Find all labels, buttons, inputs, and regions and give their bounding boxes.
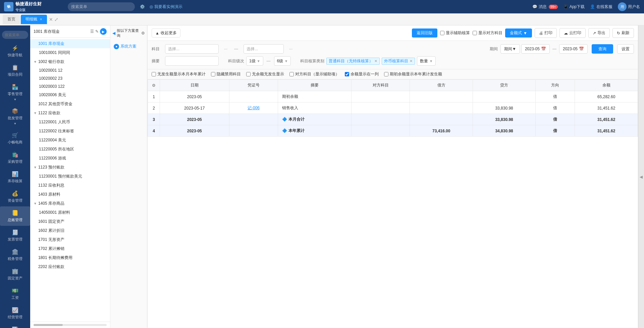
query-btn[interactable]: 查询 (592, 44, 613, 54)
tree-item[interactable]: 11230001 预付账款美元 (30, 172, 110, 181)
tree-item[interactable]: ▼1132 应收利息 (30, 181, 110, 190)
tree-item[interactable]: 10010001 同同同 (30, 48, 110, 57)
close-all-tabs-btn[interactable]: ✕ (49, 17, 53, 22)
summary-input[interactable] (165, 56, 219, 66)
tree-item[interactable]: ▼1602 累计折旧 (30, 226, 110, 235)
horizontal-scrollbar[interactable] (34, 324, 107, 326)
amount-format-btn[interactable]: 金额式 ▼ (505, 28, 532, 38)
demo-link[interactable]: ◎ 我要看实例演示 (150, 4, 182, 10)
sidebar-item-project[interactable]: 📋 项目合同 (0, 61, 30, 80)
tag-close-2[interactable]: ✕ (410, 59, 413, 63)
query-settings-icon[interactable]: ⚙ (141, 31, 145, 36)
sidebar-item-salary[interactable]: 💵 工资 (0, 284, 30, 304)
tree-item[interactable]: ▼1601 固定资产 (30, 217, 110, 226)
table-row[interactable]: 3 2023-05 🔷 本月合计 33,830.98 借 31,451.62 (148, 114, 638, 125)
messages-btn[interactable]: 💬 消息 99+ (532, 4, 558, 10)
top-search-input[interactable] (68, 2, 135, 11)
period-to-value[interactable]: 2023-05 📅 (559, 44, 588, 54)
table-row[interactable]: 1 2023-05 期初余额 借 65,282.60 (148, 91, 638, 103)
print-btn[interactable]: 🖨 打印 (535, 28, 557, 38)
subject-select[interactable]: 选择... (165, 44, 219, 54)
checkbox-contra[interactable]: 对方科目（显示辅助项） (289, 71, 339, 77)
tree-item[interactable]: ▼1403 原材料 (30, 190, 110, 199)
sidebar-item-inventory[interactable]: 📊 库存核算 (0, 168, 30, 187)
sidebar-item-ecommerce[interactable]: 🛒 小畅电商 (0, 129, 30, 148)
cloud-print-btn[interactable]: ☁ 云打印 (559, 28, 586, 38)
sidebar-item-quick-nav[interactable]: ⚡ 快捷导航 (0, 42, 30, 61)
checkbox-no-balance-show-input[interactable] (246, 72, 251, 76)
checkbox-no-balance-show[interactable]: 无余额无发生显示 (246, 71, 284, 77)
tree-item[interactable]: 11220006 游戏 (30, 154, 110, 163)
sidebar-search-input[interactable] (2, 31, 28, 39)
checkbox-opening-balance[interactable]: 期初余额显示本年累计发生额 (384, 71, 442, 77)
sidebar-search-container[interactable] (0, 28, 30, 42)
sidebar-item-expense[interactable]: 📝 小畅报销 (0, 323, 30, 328)
tree-item[interactable]: ▼1002 银行存款 (30, 57, 110, 66)
show-contra-input[interactable] (473, 31, 477, 35)
tree-item[interactable]: 11220001 人民币 (30, 118, 110, 127)
tree-item[interactable]: 11220005 所在地区 (30, 145, 110, 154)
table-row[interactable]: 4 2023-05 🔷 本年累计 73,416.00 34,830.98 借 3… (148, 125, 638, 137)
tree-item[interactable]: ▼1405 库存商品 (30, 199, 110, 208)
sidebar-item-funds[interactable]: 💰 资金管理 (0, 187, 30, 206)
tree-edit-icon[interactable]: ✎ (95, 29, 99, 34)
right-sidebar-collapsed[interactable]: ◀ (638, 25, 644, 328)
tree-item[interactable]: ▼1123 预付账款 (30, 163, 110, 172)
tab-detail-account[interactable]: 明细账 ✕ (21, 15, 47, 24)
tree-item[interactable]: ▼1012 其他货币资金 (30, 100, 110, 109)
sidebar-item-tax[interactable]: 🏛️ 税务管理 (0, 245, 30, 265)
voucher-link[interactable]: 记-006 (229, 103, 278, 114)
level-from-select[interactable]: 1级 ▼ (246, 56, 263, 66)
tree-item[interactable]: 11220002 往来标签 (30, 127, 110, 136)
show-aux-checkbox[interactable]: 显示辅助核算 (440, 30, 470, 36)
tree-item[interactable]: 10020002 23 (30, 74, 110, 82)
tree-item[interactable]: ▼1801 长期待摊费用 (30, 253, 110, 262)
system-scheme-item[interactable]: ● 系统方案 (112, 42, 145, 51)
table-row[interactable]: 2 2023-05-17 记-006 销售收入 33,830.98 借 31,4… (148, 103, 638, 114)
subject-select-end[interactable]: 选择... (244, 44, 284, 54)
checkbox-no-balance-input[interactable] (152, 72, 156, 76)
tree-item[interactable]: ▼1001 库存现金 (30, 39, 110, 48)
return-old-btn[interactable]: 返回旧版 (412, 28, 437, 38)
online-service-btn[interactable]: 👤 在线客服 (590, 4, 612, 10)
sidebar-item-invoice[interactable]: 🧾 发票管理 (0, 226, 30, 245)
tree-item[interactable]: 10020006 美元 (30, 90, 110, 100)
export-btn[interactable]: ↗ 导出 (588, 28, 610, 38)
tree-item[interactable]: 14050001 原材料 (30, 208, 110, 217)
tab-home[interactable]: 首页 (3, 15, 20, 24)
show-contra-checkbox[interactable]: 显示对方科目 (473, 30, 502, 36)
tree-list-icon[interactable]: ☰ (90, 29, 94, 34)
checkbox-balance-col-input[interactable] (345, 72, 349, 76)
expand-tabs-btn[interactable]: ⤢ (54, 17, 58, 22)
setting-btn[interactable]: 设置 (617, 44, 634, 54)
col-settings[interactable]: ⚙ (148, 80, 160, 91)
tree-item[interactable]: ▼1701 无形资产 (30, 235, 110, 244)
col-settings-icon[interactable]: ⚙ (152, 83, 156, 88)
tag-close-1[interactable]: ✕ (374, 59, 377, 63)
tree-item[interactable]: ▼1702 累计摊销 (30, 244, 110, 253)
checkbox-contra-input[interactable] (289, 72, 294, 76)
top-search[interactable] (68, 2, 135, 11)
sidebar-item-purchase[interactable]: 🛍️ 采购管理 (0, 148, 30, 168)
sidebar-item-management[interactable]: 📈 经营管理 (0, 304, 30, 323)
collapse-query-btn[interactable]: ◀ (112, 31, 115, 36)
sidebar-item-retail[interactable]: 🏪 零售管理 ▼ (0, 80, 30, 105)
tree-item[interactable]: ▼1122 应收款 (30, 109, 110, 118)
collapse-more-btn[interactable]: ▲ 收起更多 (152, 28, 180, 38)
next-account-btn[interactable]: ▶ (100, 28, 107, 35)
sidebar-item-fixed-assets[interactable]: 🏢 固定资产 (0, 265, 30, 284)
period-from-select[interactable]: 期间▼ (500, 44, 520, 54)
sidebar-item-wholesale[interactable]: 📦 批发管理 ▼ (0, 105, 30, 129)
level-to-select[interactable]: 6级 ▼ (274, 56, 291, 66)
tree-item[interactable]: ▼2202 应付账款 (30, 262, 110, 271)
show-aux-input[interactable] (440, 31, 444, 35)
user-area[interactable]: 用 用户名 (618, 2, 640, 11)
checkbox-hide-disabled[interactable]: 隐藏禁用科目 (211, 71, 241, 77)
quantity-dropdown[interactable]: 数量 ▼ (417, 56, 436, 66)
tree-item[interactable]: 11220004 美元 (30, 136, 110, 145)
tree-item[interactable]: 10020001 12 (30, 66, 110, 74)
tree-item[interactable]: 10020003 122 (30, 82, 110, 90)
app-download-btn[interactable]: 📱 App下载 (563, 4, 585, 10)
checkbox-balance-col[interactable]: 余额显示在一列 (345, 71, 379, 77)
checkbox-hide-disabled-input[interactable] (211, 72, 215, 76)
